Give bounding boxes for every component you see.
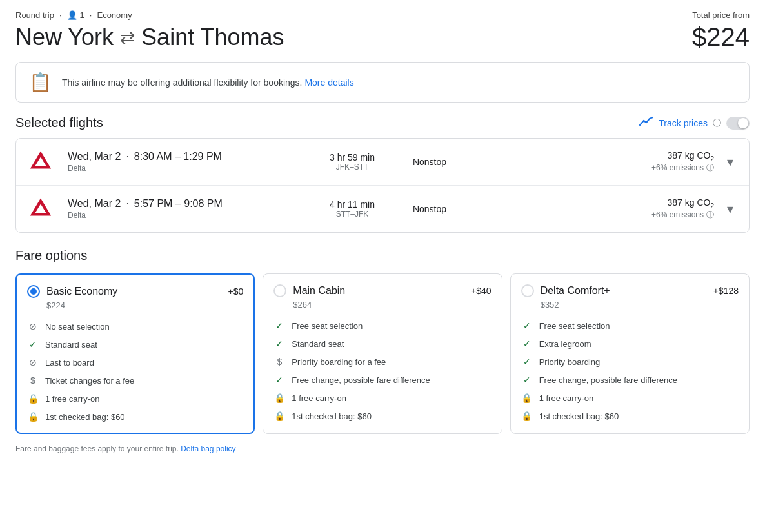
total-price-value: $224	[692, 23, 750, 52]
fare-card-header: Basic Economy +$0	[27, 285, 243, 298]
flexibility-icon: 📋	[29, 72, 52, 93]
flights-container: Wed, Mar 2 · 8:30 AM – 1:29 PM Delta 3 h…	[15, 138, 750, 233]
flight-time: Wed, Mar 2 · 5:57 PM – 9:08 PM	[68, 198, 313, 210]
fare-radio-delta-comfort[interactable]	[521, 284, 534, 297]
feature-text: Free seat selection	[292, 321, 363, 331]
check-icon: ✓	[521, 320, 533, 331]
emissions-note: +6% emissions ⓘ	[468, 210, 714, 221]
flight-time: Wed, Mar 2 · 8:30 AM – 1:29 PM	[68, 151, 313, 163]
duration-route: STT–JFK	[313, 210, 391, 219]
feature-text: 1st checked bag: $60	[292, 411, 372, 421]
fare-cards-container: Basic Economy +$0 $224 ⊘ No seat selecti…	[15, 273, 750, 434]
fare-title-row: Delta Comfort+	[521, 284, 610, 297]
feature-text: Extra legroom	[539, 339, 591, 349]
more-details-link[interactable]: More details	[304, 77, 353, 88]
fare-diff-delta-comfort: +$128	[713, 286, 739, 296]
flight-duration: 4 hr 11 min STT–JFK	[313, 199, 391, 219]
track-prices-info-icon[interactable]: ⓘ	[713, 117, 721, 129]
fare-feature: $ Ticket changes for a fee	[27, 375, 243, 386]
no-icon: ⊘	[27, 357, 39, 368]
flight-emissions: 387 kg CO2 +6% emissions ⓘ	[468, 150, 714, 173]
expand-flight-button[interactable]: ▾	[724, 199, 736, 219]
fare-features-basic-economy: ⊘ No seat selection ✓ Standard seat ⊘ La…	[27, 320, 243, 422]
airline-logo	[29, 196, 55, 222]
destination-city: Saint Thomas	[141, 24, 284, 51]
airline-logo	[29, 149, 55, 175]
duration-time: 3 hr 59 min	[313, 152, 391, 163]
track-prices-container: Track prices ⓘ	[639, 116, 750, 130]
fare-price-basic-economy: $224	[46, 300, 243, 310]
check-icon: ✓	[273, 320, 285, 331]
flight-stops: Nonstop	[391, 157, 468, 167]
fare-card-header: Main Cabin +$40	[273, 284, 491, 297]
feature-text: 1 free carry-on	[45, 394, 100, 404]
total-price-label: Total price from	[692, 10, 750, 20]
fare-feature: 🔒 1 free carry-on	[273, 392, 491, 404]
fare-feature: ✓ Free change, possible fare difference	[521, 374, 739, 386]
flight-times: 8:30 AM – 1:29 PM	[134, 151, 222, 163]
fare-feature: ✓ Free seat selection	[521, 320, 739, 331]
emissions-info-icon[interactable]: ⓘ	[706, 210, 714, 221]
flight-info: Wed, Mar 2 · 8:30 AM – 1:29 PM Delta	[68, 151, 313, 173]
bag-icon: 🔒	[273, 410, 285, 422]
route-arrow-icon: ⇄	[120, 27, 135, 48]
selected-flights-header: Selected flights Track prices ⓘ	[15, 115, 750, 130]
bag-icon: 🔒	[521, 410, 533, 422]
fare-card-basic-economy[interactable]: Basic Economy +$0 $224 ⊘ No seat selecti…	[15, 273, 255, 434]
fare-feature: ⊘ No seat selection	[27, 320, 243, 332]
selected-flights-title: Selected flights	[15, 115, 103, 130]
check-icon: ✓	[273, 374, 285, 386]
fare-radio-main-cabin[interactable]	[273, 284, 286, 297]
emissions-note: +6% emissions ⓘ	[468, 163, 714, 173]
fare-feature: ✓ Priority boarding	[521, 356, 739, 368]
fare-card-header: Delta Comfort+ +$128	[521, 284, 739, 297]
emissions-info-icon[interactable]: ⓘ	[706, 163, 714, 173]
bag-icon: 🔒	[273, 392, 285, 404]
track-prices-label[interactable]: Track prices	[659, 118, 708, 128]
fare-card-delta-comfort[interactable]: Delta Comfort+ +$128 $352 ✓ Free seat se…	[510, 273, 750, 434]
flight-row[interactable]: Wed, Mar 2 · 8:30 AM – 1:29 PM Delta 3 h…	[16, 139, 749, 186]
feature-text: Priority boarding	[539, 357, 601, 367]
feature-text: 1 free carry-on	[539, 393, 594, 403]
fare-price-delta-comfort: $352	[541, 300, 739, 310]
bag-icon: 🔒	[521, 392, 533, 404]
origin-city: New York	[15, 24, 114, 51]
fare-radio-basic-economy[interactable]	[27, 285, 40, 298]
check-icon: ✓	[273, 338, 285, 350]
route-title: New York ⇄ Saint Thomas	[15, 24, 284, 51]
flight-times: 5:57 PM – 9:08 PM	[134, 198, 223, 210]
feature-text: Free seat selection	[539, 321, 610, 331]
check-icon: ✓	[521, 374, 533, 386]
fare-card-main-cabin[interactable]: Main Cabin +$40 $264 ✓ Free seat selecti…	[263, 273, 502, 434]
bag-icon: 🔒	[27, 393, 39, 404]
flight-row[interactable]: Wed, Mar 2 · 5:57 PM – 9:08 PM Delta 4 h…	[16, 186, 749, 232]
flight-airline: Delta	[68, 164, 313, 173]
dot-divider-2: ·	[90, 10, 92, 20]
fare-name-main-cabin: Main Cabin	[293, 285, 345, 297]
fare-feature: ✓ Standard seat	[273, 338, 491, 350]
flight-emissions: 387 kg CO2 +6% emissions ⓘ	[468, 197, 714, 221]
no-icon: ⊘	[27, 320, 39, 332]
header-right: Total price from $224	[692, 10, 750, 52]
dollar-icon: $	[273, 356, 285, 368]
feature-text: Last to board	[45, 358, 94, 368]
trip-type: Round trip	[15, 10, 54, 20]
track-prices-toggle[interactable]	[726, 117, 750, 130]
bag-icon: 🔒	[27, 411, 39, 422]
feature-text: 1 free carry-on	[292, 393, 346, 403]
feature-text: 1st checked bag: $60	[539, 411, 619, 421]
feature-text: Standard seat	[45, 340, 97, 350]
emissions-value: 387 kg CO2	[468, 150, 714, 163]
fare-title-row: Main Cabin	[273, 284, 345, 297]
fare-diff-basic-economy: +$0	[228, 286, 244, 297]
feature-text: 1st checked bag: $60	[45, 412, 125, 422]
emissions-value: 387 kg CO2	[468, 197, 714, 210]
fare-name-basic-economy: Basic Economy	[46, 286, 117, 297]
delta-bag-policy-link[interactable]: Delta bag policy	[181, 444, 235, 453]
flight-airline: Delta	[68, 211, 313, 220]
feature-text: Free change, possible fare difference	[539, 375, 677, 385]
flight-stops: Nonstop	[391, 204, 468, 214]
fare-feature: 🔒 1 free carry-on	[521, 392, 739, 404]
expand-flight-button[interactable]: ▾	[724, 152, 736, 172]
fare-feature: 🔒 1st checked bag: $60	[273, 410, 491, 422]
